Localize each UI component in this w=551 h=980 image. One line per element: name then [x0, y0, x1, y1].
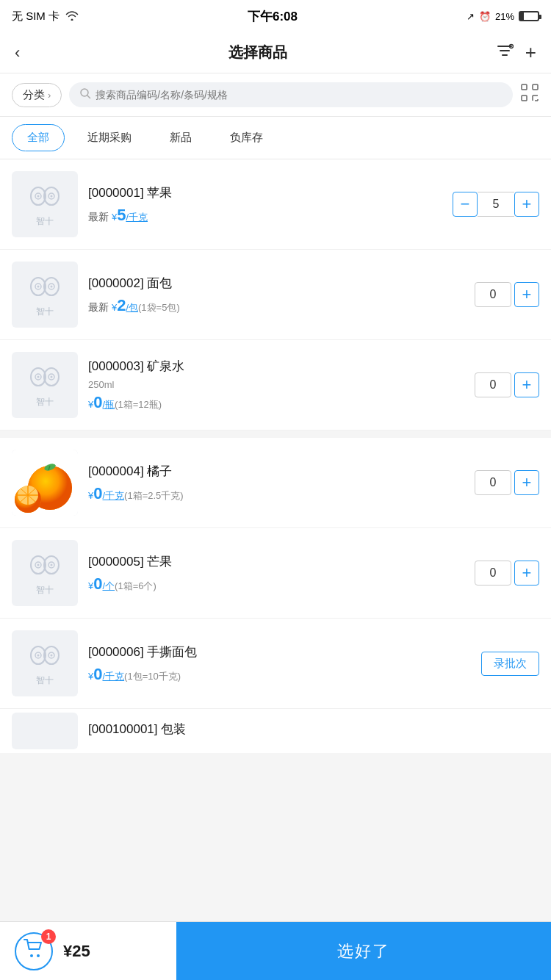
batch-button[interactable]: 录批次	[481, 652, 539, 676]
increase-button[interactable]: +	[514, 470, 539, 495]
svg-point-51	[51, 563, 53, 566]
product-price: ¥0/个(1箱=6个)	[88, 574, 464, 594]
qty-input[interactable]	[475, 282, 511, 307]
svg-point-61	[37, 954, 40, 957]
list-item: 智十 [0000002] 面包 最新 ¥2/包(1袋=5包) +	[0, 250, 551, 340]
category-label: 分类	[23, 88, 45, 102]
product-info: [0000006] 手撕面包 ¥0/千克(1包=10千克)	[88, 644, 471, 684]
search-icon	[79, 87, 91, 102]
add-icon[interactable]: +	[525, 41, 536, 64]
confirm-button[interactable]: 选好了	[176, 922, 551, 981]
svg-point-32	[51, 375, 53, 378]
product-price: 最新 ¥5/千克	[88, 206, 442, 225]
product-image: 智十	[12, 630, 78, 696]
product-name: [0000001] 苹果	[88, 184, 442, 201]
tab-new[interactable]: 新品	[154, 124, 207, 151]
svg-marker-59	[43, 658, 46, 660]
status-bar: 无 SIM 卡 下午6:08 ↗ ⏰ 21%	[0, 0, 551, 32]
product-info: [000100001] 包装	[88, 721, 539, 742]
increase-button[interactable]: +	[514, 561, 539, 586]
tab-recent[interactable]: 近期采购	[72, 124, 147, 151]
product-image: 智十	[12, 262, 78, 328]
battery-percent: 21%	[495, 11, 514, 22]
back-button[interactable]: ‹	[15, 43, 20, 62]
qty-input[interactable]	[475, 372, 511, 397]
nav-bar: ‹ 选择商品 +	[0, 32, 551, 73]
product-spec: 250ml	[88, 379, 464, 390]
alarm-icon: ⏰	[479, 11, 491, 22]
decrease-button[interactable]: −	[453, 192, 478, 217]
scan-icon[interactable]	[520, 83, 539, 107]
increase-button[interactable]: +	[514, 372, 539, 397]
svg-line-5	[87, 96, 90, 98]
svg-point-24	[37, 285, 40, 287]
svg-point-60	[30, 954, 33, 957]
status-left: 无 SIM 卡	[12, 10, 79, 24]
qty-input[interactable]	[475, 561, 511, 586]
product-info: [0000005] 芒果 ¥0/个(1箱=6个)	[88, 553, 464, 594]
list-item: [0000004] 橘子 ¥0/千克(1箱=2.5千克) +	[0, 438, 551, 528]
tabs-bar: 全部 近期采购 新品 负库存	[0, 117, 551, 159]
product-price: ¥0/千克(1包=10千克)	[88, 665, 471, 684]
product-name: [0000006] 手撕面包	[88, 644, 471, 660]
qty-control: 录批次	[481, 652, 539, 676]
svg-point-50	[37, 563, 40, 566]
product-info: [0000003] 矿泉水 250ml ¥0/瓶(1箱=12瓶)	[88, 358, 464, 412]
svg-rect-7	[533, 84, 538, 90]
qty-input[interactable]	[478, 192, 514, 217]
owl-icon	[26, 550, 63, 583]
location-icon: ↗	[467, 11, 475, 22]
owl-icon	[26, 641, 63, 673]
qty-control: +	[475, 372, 539, 397]
nav-left: ‹	[15, 43, 20, 62]
nav-right: +	[496, 41, 536, 64]
increase-button[interactable]: +	[514, 282, 539, 307]
chevron-right-icon: ›	[48, 90, 51, 101]
bottom-bar: 1 ¥25 选好了	[0, 921, 551, 980]
qty-control: +	[475, 470, 539, 495]
list-item: 智十 [0000003] 矿泉水 250ml ¥0/瓶(1箱=12瓶) +	[0, 340, 551, 430]
qty-control: − +	[453, 192, 539, 217]
list-item: 智十 [0000005] 芒果 ¥0/个(1箱=6个) +	[0, 528, 551, 619]
cart-total: ¥25	[63, 942, 90, 961]
tab-negative-stock[interactable]: 负库存	[215, 124, 278, 151]
svg-point-31	[37, 375, 40, 378]
brand-text: 智十	[36, 215, 54, 228]
owl-icon	[26, 272, 63, 304]
product-name: [0000003] 矿泉水	[88, 358, 464, 375]
qty-control: +	[475, 282, 539, 307]
qty-input[interactable]	[475, 470, 511, 495]
svg-point-18	[51, 195, 53, 197]
svg-point-58	[51, 654, 53, 656]
tab-all[interactable]: 全部	[12, 124, 65, 151]
svg-marker-52	[43, 568, 46, 570]
cart-button[interactable]: 1	[15, 932, 53, 970]
product-name: [0000004] 橘子	[88, 463, 464, 480]
qty-control: +	[475, 561, 539, 586]
product-price: ¥0/瓶(1箱=12瓶)	[88, 393, 464, 412]
filter-icon[interactable]	[496, 42, 514, 64]
search-input[interactable]	[96, 89, 503, 101]
svg-rect-6	[522, 84, 527, 90]
sim-status: 无 SIM 卡	[12, 10, 60, 24]
battery-icon	[519, 11, 539, 21]
svg-rect-8	[522, 96, 527, 101]
product-image: 智十	[12, 540, 78, 606]
svg-marker-33	[43, 380, 46, 382]
filter-bar: 分类 ›	[0, 73, 551, 117]
cart-icon	[24, 939, 44, 963]
category-button[interactable]: 分类 ›	[12, 83, 62, 107]
product-name: [0000002] 面包	[88, 275, 464, 292]
product-name: [000100001] 包装	[88, 721, 539, 738]
product-image: 智十	[12, 171, 78, 237]
increase-button[interactable]: +	[514, 192, 539, 217]
search-box	[69, 82, 513, 107]
product-image: 智十	[12, 352, 78, 418]
product-price: ¥0/千克(1箱=2.5千克)	[88, 484, 464, 503]
list-item: [000100001] 包装	[0, 709, 551, 753]
product-price: 最新 ¥2/包(1袋=5包)	[88, 296, 464, 315]
svg-marker-19	[43, 199, 46, 201]
page-title: 选择商品	[228, 43, 287, 62]
product-info: [0000004] 橘子 ¥0/千克(1箱=2.5千克)	[88, 463, 464, 503]
cart-badge: 1	[41, 929, 56, 944]
